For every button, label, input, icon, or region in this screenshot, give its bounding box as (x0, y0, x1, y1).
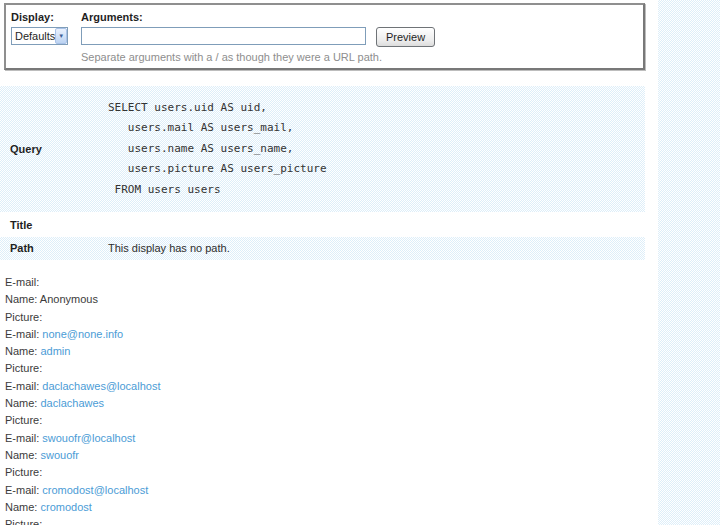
result-field-label: E-mail: (5, 328, 39, 340)
result-line: E-mail: swouofr@localhost (5, 430, 658, 447)
arguments-input[interactable] (81, 27, 366, 45)
query-sql-text: SELECT users.uid AS uid, users.mail AS u… (108, 98, 327, 201)
result-field-label: Picture: (5, 466, 42, 478)
result-line: Name: admin (5, 343, 658, 360)
display-select[interactable]: Defaults ▼ (11, 27, 68, 45)
live-preview-form: Display: Defaults ▼ Arguments: Preview S… (4, 3, 645, 70)
view-summary-table: Query SELECT users.uid AS uid, users.mai… (0, 86, 645, 260)
result-field-link[interactable]: cromodost (40, 501, 91, 513)
path-row-label: Path (0, 240, 108, 257)
result-field-label: Picture: (5, 362, 42, 374)
query-row: Query SELECT users.uid AS uid, users.mai… (0, 86, 645, 212)
result-field-label: Picture: (5, 414, 42, 426)
title-row: Title (0, 212, 645, 237)
result-field-link[interactable]: swouofr@localhost (42, 432, 135, 444)
result-field-label: Name: (5, 345, 37, 357)
result-field-link[interactable]: none@none.info (42, 328, 123, 340)
result-field-link[interactable]: admin (40, 345, 70, 357)
result-field-label: Name: (5, 449, 37, 461)
path-row-value: This display has no path. (108, 240, 230, 257)
arguments-label: Arguments: (81, 11, 643, 24)
result-line: E-mail: cromodost@localhost (5, 482, 658, 499)
arguments-description: Separate arguments with a / as though th… (81, 51, 643, 64)
display-label: Display: (11, 11, 69, 24)
result-field-label: E-mail: (5, 276, 39, 288)
path-row: Path This display has no path. (0, 237, 645, 260)
result-line: Picture: (5, 412, 658, 429)
content-area: Display: Defaults ▼ Arguments: Preview S… (0, 0, 658, 525)
result-field-label: E-mail: (5, 380, 39, 392)
display-select-value: Defaults (15, 30, 55, 42)
preview-results: E-mail:Name: AnonymousPicture:E-mail: no… (5, 274, 658, 525)
page-background: { "colors": { "link": "#4b9cd6", "row_hi… (0, 0, 720, 525)
result-line: Picture: (5, 464, 658, 481)
arguments-field: Arguments: Preview Separate arguments wi… (81, 11, 643, 68)
result-field-label: Picture: (5, 311, 42, 323)
result-line: Name: Anonymous (5, 291, 658, 308)
result-field-link[interactable]: cromodost@localhost (42, 484, 148, 496)
result-field-label: Picture: (5, 518, 42, 525)
result-field-label: Name: (5, 501, 37, 513)
result-line: Picture: (5, 516, 658, 525)
result-line: Name: daclachawes (5, 395, 658, 412)
result-line: Picture: (5, 309, 658, 326)
result-field-link[interactable]: daclachawes (40, 397, 104, 409)
result-field-label: Name: (5, 397, 37, 409)
result-field-label: E-mail: (5, 484, 39, 496)
result-line: E-mail: daclachawes@localhost (5, 378, 658, 395)
result-line: Picture: (5, 360, 658, 377)
title-row-label: Title (0, 217, 108, 234)
result-field-link[interactable]: swouofr (40, 449, 79, 461)
query-row-label: Query (0, 143, 108, 155)
display-field: Display: Defaults ▼ (11, 11, 69, 68)
result-field-label: E-mail: (5, 432, 39, 444)
preview-button[interactable]: Preview (376, 27, 435, 47)
result-line: E-mail: none@none.info (5, 326, 658, 343)
chevron-down-icon: ▼ (55, 28, 67, 44)
result-line: Name: swouofr (5, 447, 658, 464)
result-line: E-mail: (5, 274, 658, 291)
result-line: Name: cromodost (5, 499, 658, 516)
result-field-link[interactable]: daclachawes@localhost (42, 380, 160, 392)
result-field-value: Anonymous (40, 293, 98, 305)
result-field-label: Name: (5, 293, 37, 305)
